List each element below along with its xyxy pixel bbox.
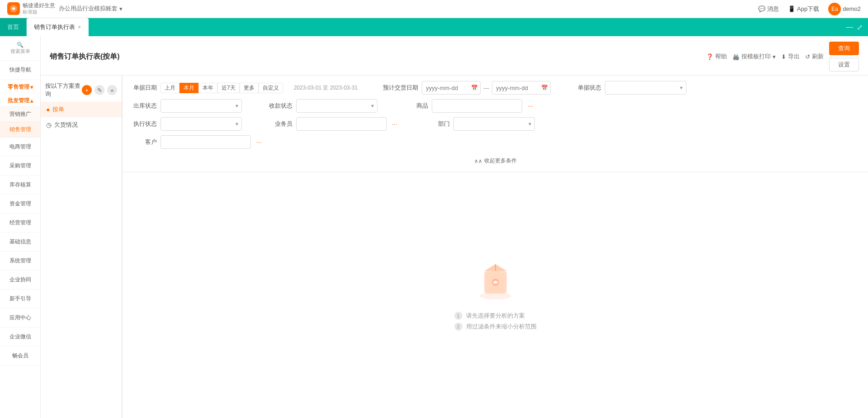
receipt-select[interactable]: 全部 未收款 部分收款 完全收款 <box>296 99 377 113</box>
help-label: 帮助 <box>715 52 727 61</box>
expected-date-label: 预计交货日期 <box>383 84 418 92</box>
top-bar: 畅捷通好生意 标准版 办公用品行业模拟账套 ▾ 💬 消息 📱 App下载 Ea <box>0 0 868 18</box>
tab-home[interactable]: 首页 <box>0 18 27 36</box>
collapse-scheme-btn[interactable]: « <box>107 85 117 95</box>
outbound-select[interactable]: 全部 未出库 部分出库 完全出库 <box>160 99 242 113</box>
print-icon: 🖨️ <box>732 53 740 60</box>
refresh-btn[interactable]: ↺ 刷新 <box>805 52 824 61</box>
expected-date-from[interactable] <box>422 81 481 95</box>
scheme-item-shortage[interactable]: ◷ 欠货情况 <box>41 117 122 133</box>
user-area[interactable]: Ea demo2 <box>828 3 861 15</box>
salesperson-ellipsis-btn[interactable]: ··· <box>390 120 399 128</box>
tip-num-2: 2 <box>454 323 462 331</box>
top-bar-right: 💬 消息 📱 App下载 Ea demo2 <box>758 3 861 15</box>
expected-date-from-wrapper <box>422 81 481 95</box>
empty-state: 1 请先选择要分析的方案 2 用过滤条件来缩小分析范围 <box>123 172 868 418</box>
sidebar-item-corp[interactable]: 企业协同 <box>0 271 40 290</box>
sidebar-item-sales[interactable]: 销售管理 <box>0 122 40 138</box>
date-range-text: 2023-03-01 至 2023-03-31 <box>294 85 358 91</box>
department-select[interactable] <box>453 117 535 131</box>
page-area: 销售订单执行表(按单) ❓ 帮助 🖨️ 按模板打印 ▾ ⬇ 导出 <box>41 36 868 418</box>
tab-actions: — ⤢ <box>840 23 868 32</box>
sidebar-item-inventory[interactable]: 库存核算 <box>0 176 40 195</box>
tab-maximize-btn[interactable]: ⤢ <box>857 23 863 32</box>
date-separator: — <box>483 85 489 91</box>
export-btn[interactable]: ⬇ 导出 <box>781 52 800 61</box>
wechat-label: 企业微信 <box>9 333 31 340</box>
settings-button[interactable]: 设置 <box>829 58 859 71</box>
inventory-label: 库存核算 <box>9 181 31 188</box>
help-btn[interactable]: ❓ 帮助 <box>706 52 727 61</box>
sidebar-item-ecommerce[interactable]: 电商管理 <box>0 138 40 157</box>
date-range-text-wrapper: 2023-03-01 至 2023-03-31 <box>294 84 358 92</box>
member-label: 畅会员 <box>12 352 28 359</box>
goods-ellipsis-btn[interactable]: ··· <box>526 102 535 109</box>
right-content: 单据日期 上月 本月 本年 近7天 更多 自定义 <box>123 76 868 418</box>
main-content: 🔍 搜索菜单 快捷导航 零售管理 ▾ 批发管理 ▴ 营销推广 <box>0 36 868 418</box>
date-label: 单据日期 <box>132 84 157 92</box>
scheme-item-order[interactable]: ● 按单 <box>41 102 122 117</box>
date-btn-7days[interactable]: 近7天 <box>217 83 240 93</box>
sidebar-retail[interactable]: 零售管理 ▾ <box>0 80 40 93</box>
tab-close-icon[interactable]: × <box>78 24 81 30</box>
avatar-text: Ea <box>831 6 838 12</box>
top-bar-left: 畅捷通好生意 标准版 办公用品行业模拟账套 ▾ <box>7 2 123 15</box>
tab-minimize-btn[interactable]: — <box>846 23 853 31</box>
sidebar-item-member[interactable]: 畅会员 <box>0 347 40 366</box>
scheme-order-icon: ● <box>46 106 50 113</box>
filter-execution: 执行状态 全部 执行中 已完成 <box>132 117 242 131</box>
execution-select[interactable]: 全部 执行中 已完成 <box>160 117 242 131</box>
sidebar-item-marketing[interactable]: 营销推广 <box>0 107 40 122</box>
sidebar-search-label: 搜索菜单 <box>2 48 38 55</box>
status-select[interactable]: 全部 待审核 已审核 已完成 已作废 <box>605 81 686 95</box>
salesperson-input[interactable] <box>296 117 387 131</box>
filter-outbound: 出库状态 全部 未出库 部分出库 完全出库 <box>132 99 242 113</box>
collapse-btn[interactable]: ∧∧ 收起更多条件 <box>474 157 517 165</box>
message-btn[interactable]: 💬 消息 <box>758 5 779 13</box>
logo-area: 畅捷通好生意 标准版 <box>7 2 55 15</box>
operation-label: 经营管理 <box>9 219 31 226</box>
query-button[interactable]: 查询 <box>829 42 859 55</box>
sidebar-item-system[interactable]: 系统管理 <box>0 252 40 271</box>
sidebar-wholesale[interactable]: 批发管理 ▴ <box>0 93 40 107</box>
sidebar-item-finance[interactable]: 资金管理 <box>0 195 40 214</box>
edit-scheme-btn[interactable]: ✎ <box>94 85 104 95</box>
tab-active[interactable]: 销售订单执行表 × <box>27 18 89 36</box>
sidebar-item-apps[interactable]: 应用中心 <box>0 309 40 328</box>
expected-date-to[interactable] <box>492 81 551 95</box>
print-btn[interactable]: 🖨️ 按模板打印 ▾ <box>732 52 776 61</box>
query-btn-group: 查询 设置 <box>829 42 859 71</box>
scheme-order-label: 按单 <box>52 105 64 114</box>
left-panel-icons: + ✎ « <box>82 85 117 95</box>
logo-text: 畅捷通好生意 <box>23 2 55 9</box>
left-panel: 按以下方案查询 + ✎ « ● 按单 ◷ 欠货情况 <box>41 76 122 418</box>
filter-salesperson: 业务员 ··· <box>267 117 399 131</box>
sidebar-item-newbie[interactable]: 新手引导 <box>0 290 40 309</box>
execution-label: 执行状态 <box>132 120 157 128</box>
date-btn-this-month[interactable]: 本月 <box>179 83 198 93</box>
app-download-btn[interactable]: 📱 App下载 <box>788 5 819 13</box>
date-btn-last-month[interactable]: 上月 <box>160 83 179 93</box>
sidebar-quicknav[interactable]: 快捷导航 <box>0 61 40 80</box>
date-btn-custom[interactable]: 自定义 <box>259 83 283 93</box>
sidebar-item-basic[interactable]: 基础信息 <box>0 233 40 252</box>
scheme-shortage-icon: ◷ <box>46 121 52 128</box>
date-btn-more[interactable]: 更多 <box>240 83 259 93</box>
newbie-label: 新手引导 <box>9 295 31 302</box>
goods-input[interactable] <box>432 99 522 113</box>
customer-ellipsis-btn[interactable]: ··· <box>255 138 264 146</box>
status-select-wrapper: 全部 待审核 已审核 已完成 已作废 <box>605 81 686 95</box>
logo-sub: 标准版 <box>23 9 55 15</box>
header-actions: ❓ 帮助 🖨️ 按模板打印 ▾ ⬇ 导出 ↺ 刷新 <box>706 42 859 71</box>
customer-input[interactable] <box>160 135 251 149</box>
outbound-select-wrapper: 全部 未出库 部分出库 完全出库 <box>160 99 242 113</box>
add-scheme-btn[interactable]: + <box>82 85 92 95</box>
app-download-label: App下载 <box>797 5 819 13</box>
sidebar-search[interactable]: 🔍 搜索菜单 <box>0 36 40 61</box>
filter-date: 单据日期 上月 本月 本年 近7天 更多 自定义 <box>132 83 283 93</box>
sidebar-item-wechat[interactable]: 企业微信 <box>0 328 40 347</box>
sidebar-item-purchase[interactable]: 采购管理 <box>0 157 40 176</box>
app-icon: 📱 <box>788 5 795 12</box>
sidebar-item-operation[interactable]: 经营管理 <box>0 214 40 233</box>
date-btn-this-year[interactable]: 本年 <box>198 83 217 93</box>
